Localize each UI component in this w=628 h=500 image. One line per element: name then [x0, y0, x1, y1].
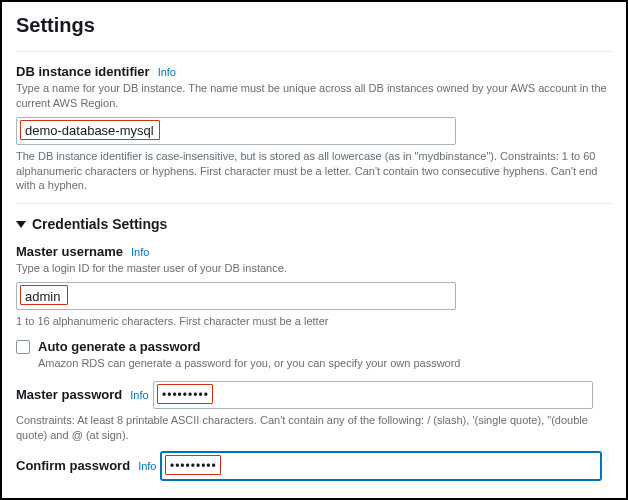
- credentials-settings-toggle[interactable]: Credentials Settings: [16, 216, 612, 232]
- db-identifier-label: DB instance identifier: [16, 64, 150, 79]
- master-password-constraint: Constraints: At least 8 printable ASCII …: [16, 413, 612, 443]
- master-username-field: Master username Info Type a login ID for…: [16, 242, 612, 329]
- confirm-password-input[interactable]: [161, 452, 601, 480]
- confirm-password-label: Confirm password: [16, 458, 130, 473]
- credentials-heading: Credentials Settings: [32, 216, 167, 232]
- divider: [16, 51, 612, 52]
- db-identifier-constraint: The DB instance identifier is case-insen…: [16, 149, 612, 194]
- caret-down-icon: [16, 221, 26, 228]
- master-username-input[interactable]: [16, 282, 456, 310]
- auto-generate-sub: Amazon RDS can generate a password for y…: [38, 356, 612, 371]
- auto-generate-label: Auto generate a password: [38, 339, 201, 354]
- info-link[interactable]: Info: [138, 460, 156, 472]
- db-identifier-field: DB instance identifier Info Type a name …: [16, 62, 612, 193]
- master-password-input[interactable]: [153, 381, 593, 409]
- master-username-label: Master username: [16, 244, 123, 259]
- db-identifier-input[interactable]: [16, 117, 456, 145]
- info-link[interactable]: Info: [158, 66, 176, 78]
- master-password-field: Master password Info Constraints: At lea…: [16, 381, 612, 443]
- master-username-help: Type a login ID for the master user of y…: [16, 261, 612, 276]
- page-title: Settings: [16, 14, 612, 37]
- master-username-constraint: 1 to 16 alphanumeric characters. First c…: [16, 314, 612, 329]
- master-password-label: Master password: [16, 387, 122, 402]
- info-link[interactable]: Info: [131, 246, 149, 258]
- divider: [16, 203, 612, 204]
- info-link[interactable]: Info: [130, 389, 148, 401]
- confirm-password-field: Confirm password Info: [16, 452, 612, 480]
- db-identifier-help: Type a name for your DB instance. The na…: [16, 81, 612, 111]
- auto-generate-checkbox[interactable]: [16, 340, 30, 354]
